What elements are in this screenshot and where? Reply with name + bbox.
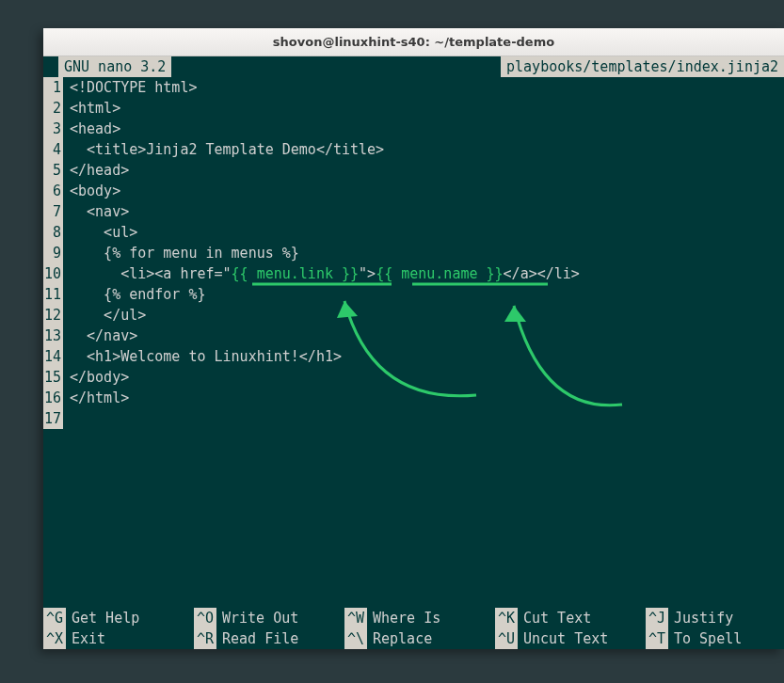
shortcut-key: ^G bbox=[43, 608, 66, 628]
line-number: 4 bbox=[43, 139, 63, 160]
footer-row-1: ^GGet Help^OWrite Out^WWhere Is^KCut Tex… bbox=[43, 608, 784, 628]
code-line: </head> bbox=[70, 160, 580, 181]
line-number: 15 bbox=[43, 367, 63, 388]
shortcut-label: Where Is bbox=[367, 608, 440, 628]
shortcut-key: ^R bbox=[194, 628, 216, 649]
code-line: <title>Jinja2 Template Demo</title> bbox=[70, 139, 580, 160]
footer-shortcut[interactable]: ^XExit bbox=[43, 628, 194, 649]
code-line: </nav> bbox=[70, 326, 580, 346]
editor-area[interactable]: 1234567891011121314151617 <!DOCTYPE html… bbox=[43, 77, 784, 608]
code-content[interactable]: <!DOCTYPE html><html><head> <title>Jinja… bbox=[64, 77, 580, 608]
code-line: <li><a href="{{ menu.link }}">{{ menu.na… bbox=[70, 263, 580, 284]
terminal-window: shovon@linuxhint-s40: ~/template-demo GN… bbox=[43, 28, 784, 649]
nano-header: GNU nano 3.2 playbooks/templates/index.j… bbox=[43, 56, 784, 77]
jinja-expression: {{ menu.name }} bbox=[376, 265, 503, 282]
shortcut-label: Write Out bbox=[216, 608, 298, 628]
jinja-expression: {{ menu.link }} bbox=[232, 265, 359, 282]
code-line: </ul> bbox=[70, 305, 580, 326]
line-number-gutter: 1234567891011121314151617 bbox=[43, 77, 64, 608]
line-number: 7 bbox=[43, 201, 63, 222]
footer-shortcut[interactable]: ^OWrite Out bbox=[194, 608, 344, 628]
line-number: 13 bbox=[43, 326, 63, 346]
code-line: <body> bbox=[70, 181, 580, 201]
footer-shortcut[interactable]: ^WWhere Is bbox=[344, 608, 495, 628]
footer-shortcut[interactable]: ^JJustify bbox=[646, 608, 784, 628]
window-title: shovon@linuxhint-s40: ~/template-demo bbox=[273, 35, 554, 49]
shortcut-key: ^O bbox=[194, 608, 216, 628]
shortcut-label: Justify bbox=[668, 608, 733, 628]
shortcut-label: Replace bbox=[367, 628, 432, 649]
shortcut-key: ^J bbox=[646, 608, 668, 628]
footer-shortcut[interactable]: ^\Replace bbox=[344, 628, 495, 649]
shortcut-key: ^K bbox=[495, 608, 518, 628]
line-number: 17 bbox=[43, 408, 63, 429]
line-number: 12 bbox=[43, 305, 63, 326]
nano-footer: ^GGet Help^OWrite Out^WWhere Is^KCut Tex… bbox=[43, 608, 784, 649]
code-line: {% for menu in menus %} bbox=[70, 243, 580, 263]
shortcut-label: To Spell bbox=[668, 628, 742, 649]
footer-shortcut[interactable]: ^UUncut Text bbox=[495, 628, 646, 649]
code-line: </body> bbox=[70, 367, 580, 388]
line-number: 5 bbox=[43, 160, 63, 181]
shortcut-label: Get Help bbox=[66, 608, 139, 628]
footer-shortcut[interactable]: ^RRead File bbox=[194, 628, 344, 649]
shortcut-label: Exit bbox=[66, 628, 105, 649]
shortcut-key: ^T bbox=[646, 628, 668, 649]
footer-shortcut[interactable]: ^TTo Spell bbox=[646, 628, 784, 649]
shortcut-label: Read File bbox=[216, 628, 298, 649]
window-titlebar: shovon@linuxhint-s40: ~/template-demo bbox=[43, 28, 784, 56]
line-number: 8 bbox=[43, 222, 63, 243]
code-line: <ul> bbox=[70, 222, 580, 243]
line-number: 9 bbox=[43, 243, 63, 263]
shortcut-label: Cut Text bbox=[518, 608, 591, 628]
footer-row-2: ^XExit^RRead File^\Replace^UUncut Text^T… bbox=[43, 628, 784, 649]
footer-shortcut[interactable]: ^KCut Text bbox=[495, 608, 646, 628]
footer-shortcut[interactable]: ^GGet Help bbox=[43, 608, 194, 628]
line-number: 2 bbox=[43, 98, 63, 119]
code-line bbox=[70, 408, 580, 429]
shortcut-key: ^W bbox=[344, 608, 367, 628]
code-line: <!DOCTYPE html> bbox=[70, 77, 580, 98]
line-number: 10 bbox=[43, 263, 63, 284]
code-line: </html> bbox=[70, 388, 580, 408]
nano-app-title: GNU nano 3.2 bbox=[58, 56, 171, 77]
code-line: <html> bbox=[70, 98, 580, 119]
line-number: 6 bbox=[43, 181, 63, 201]
code-line: <head> bbox=[70, 119, 580, 139]
line-number: 3 bbox=[43, 119, 63, 139]
line-number: 14 bbox=[43, 346, 63, 367]
nano-file-path: playbooks/templates/index.jinja2 bbox=[501, 56, 784, 77]
shortcut-key: ^\ bbox=[344, 628, 367, 649]
line-number: 16 bbox=[43, 388, 63, 408]
code-line: {% endfor %} bbox=[70, 284, 580, 305]
line-number: 11 bbox=[43, 284, 63, 305]
line-number: 1 bbox=[43, 77, 63, 98]
code-line: <h1>Welcome to Linuxhint!</h1> bbox=[70, 346, 580, 367]
code-line: <nav> bbox=[70, 201, 580, 222]
shortcut-key: ^X bbox=[43, 628, 66, 649]
shortcut-key: ^U bbox=[495, 628, 518, 649]
shortcut-label: Uncut Text bbox=[518, 628, 608, 649]
terminal-area[interactable]: GNU nano 3.2 playbooks/templates/index.j… bbox=[43, 56, 784, 649]
